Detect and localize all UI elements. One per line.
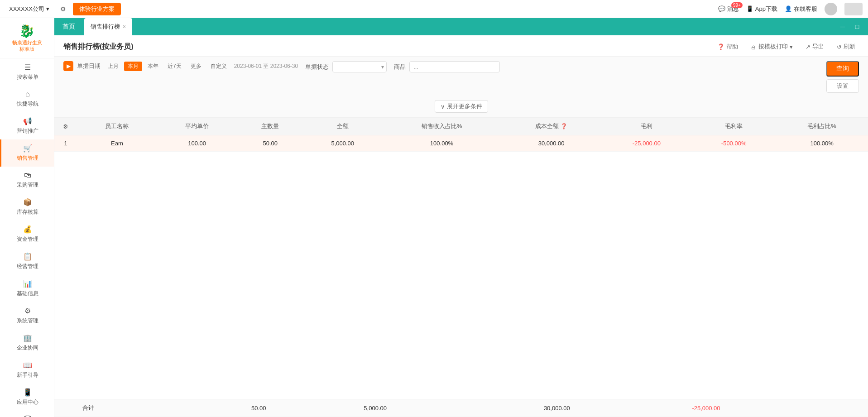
sidebar-item-purchase[interactable]: 🛍 采购管理 [0,167,54,193]
service-icon: 👤 [785,5,792,12]
date-tabs: 上月 本月 本年 近7天 更多 自定义 [104,62,230,71]
footer-gross-rate [783,399,825,417]
settings-icon[interactable]: ⚙ [57,3,69,15]
sidebar-item-label: 销售管理 [17,154,38,162]
col-gross: 毛利 [601,118,692,135]
minimize-icon[interactable]: ─ [837,21,848,32]
page-actions: ❓ 帮助 🖨 按模板打印 ▾ ↗ 导出 ↺ 刷新 [714,41,859,53]
sidebar-item-label: 经营管理 [17,263,38,270]
sidebar-item-label: 新手引导 [17,371,38,379]
tab-bar: 首页 销售排行榜 × ─ □ [54,18,868,35]
sidebar-item-system[interactable]: ⚙ 系统管理 [0,302,54,329]
inventory-icon: 📦 [23,198,32,206]
finance-icon: 💰 [23,225,32,234]
appstore-icon: 📱 [23,388,32,397]
date-tab-last-month[interactable]: 上月 [104,62,122,71]
goods-input-wrapper[interactable]: ... [409,61,500,72]
operations-icon: 📋 [23,252,32,261]
print-button[interactable]: 🖨 按模板打印 ▾ [747,41,796,53]
status-label: 单据状态 [305,63,329,71]
tab-sales-ranking[interactable]: 销售排行榜 × [84,18,132,35]
cost-help-icon[interactable]: ❓ [561,123,567,129]
print-label: 按模板打印 [758,43,788,51]
date-tab-more[interactable]: 更多 [187,62,205,71]
help-label: 帮助 [726,43,738,51]
cell-sales_pct: 100.00% [382,135,501,152]
tab-close-icon[interactable]: × [123,24,126,30]
expand-chevron-icon: ∨ [441,103,445,110]
date-tab-custom[interactable]: 自定义 [207,62,230,71]
footer-sales-pct [441,399,484,417]
maximize-icon[interactable]: □ [852,21,863,32]
help-button[interactable]: ❓ 帮助 [714,41,742,53]
enterprise-icon: 🏢 [23,334,32,342]
sidebar-item-label: 企业协同 [17,344,38,352]
sidebar-item-operations[interactable]: 📋 经营管理 [0,248,54,275]
sidebar-item-inventory[interactable]: 📦 库存核算 [0,193,54,220]
sidebar-item-basics[interactable]: 📊 基础信息 [0,275,54,302]
main-layout: 🐉 畅康通好生意 标准版 ☰ 搜索菜单 ⌂ 快捷导航 📢 营销推广 🛒 销售管理… [0,18,868,417]
search-icon: ☰ [24,63,31,72]
date-tab-7days[interactable]: 近7天 [164,62,185,71]
top-bar: XXXXXX公司 ▾ ⚙ 体验行业方案 💬 消息 99+ 📱 App下载 👤 在… [0,0,868,18]
sidebar-item-marketing[interactable]: 📢 营销推广 [0,112,54,139]
sidebar-item-quicknav[interactable]: ⌂ 快捷导航 [0,86,54,112]
sidebar-item-enterprise[interactable]: 🏢 企业协同 [0,329,54,356]
date-tab-this-year[interactable]: 本年 [144,62,162,71]
table-row[interactable]: 1Eam100.0050.005,000.00100.00%30,000.00-… [54,135,868,152]
col-avg-price: 平均单价 [157,118,237,135]
purchase-icon: 🛍 [24,171,31,179]
settings-button[interactable]: 设置 [826,79,859,93]
cell-gross: -25,000.00 [601,135,692,152]
tab-home[interactable]: 首页 [54,18,83,35]
date-filter-icon[interactable]: ▶ [63,61,73,71]
app-download-button[interactable]: 📱 App下载 [746,5,777,13]
expand-row: ∨ 展开更多条件 [63,96,859,113]
footer-row: 合计 50.00 5,000.00 30,000.00 -25,000.00 [54,399,868,417]
col-cost: 成本全额 ❓ [502,118,601,135]
top-bar-right: 💬 消息 99+ 📱 App下载 👤 在线客服 [718,3,863,15]
refresh-button[interactable]: ↺ 刷新 [833,41,859,53]
col-name: 员工名称 [77,118,157,135]
sidebar-item-appstore[interactable]: 📱 应用中心 [0,383,54,411]
help-icon: ❓ [717,43,724,50]
cell-gross_pct: 100.00% [776,135,868,152]
sidebar-item-label: 基础信息 [17,290,38,297]
export-button[interactable]: ↗ 导出 [802,41,828,53]
logo-icon: 🐉 [4,24,50,38]
company-selector[interactable]: XXXXXX公司 ▾ [5,3,53,15]
wechat-icon: 💬 [23,415,32,417]
export-icon: ↗ [806,43,810,50]
status-select[interactable] [332,61,387,72]
table-wrapper[interactable]: ⚙ 员工名称 平均单价 主数量 全额 销售收入占比% 成本全额 ❓ 毛利 毛利率… [54,118,868,399]
marketing-icon: 📢 [23,117,32,125]
expand-button[interactable]: ∨ 展开更多条件 [435,100,488,113]
sidebar-item-guide[interactable]: 📖 新手引导 [0,356,54,383]
goods-filter: 商品 ... [394,61,500,72]
sidebar-item-sales[interactable]: 🛒 销售管理 [0,139,54,167]
sidebar-item-search[interactable]: ☰ 搜索菜单 [0,58,54,86]
sidebar-item-wechat[interactable]: 💬 企业微信 [0,411,54,417]
user-info[interactable] [844,3,863,15]
message-button[interactable]: 💬 消息 99+ [718,5,739,13]
footer-label: 合计 [77,399,166,417]
avatar[interactable] [825,3,837,15]
page-title: 销售排行榜(按业务员) [63,42,134,52]
sidebar-logo: 🐉 畅康通好生意 标准版 [0,18,54,58]
cell-index: 1 [54,135,77,152]
online-service-button[interactable]: 👤 在线客服 [785,5,817,13]
sidebar-item-finance[interactable]: 💰 资金管理 [0,220,54,248]
date-tab-this-month[interactable]: 本月 [124,62,142,71]
cell-avg_price: 100.00 [157,135,237,152]
date-label: 单据日期 [77,62,101,70]
chevron-down-icon: ▾ [46,5,49,12]
query-settings-area: 查询 设置 [826,61,859,93]
query-button[interactable]: 查询 [826,61,859,77]
footer-avg-price [166,399,208,417]
message-badge: 99+ [731,2,743,8]
col-settings[interactable]: ⚙ [54,118,77,135]
filter-area: ▶ 单据日期 上月 本月 本年 近7天 更多 自定义 2023-06-01 至 … [54,57,868,118]
trial-button[interactable]: 体验行业方案 [73,3,121,15]
sales-icon: 🛒 [23,144,32,153]
goods-label: 商品 [394,63,406,71]
